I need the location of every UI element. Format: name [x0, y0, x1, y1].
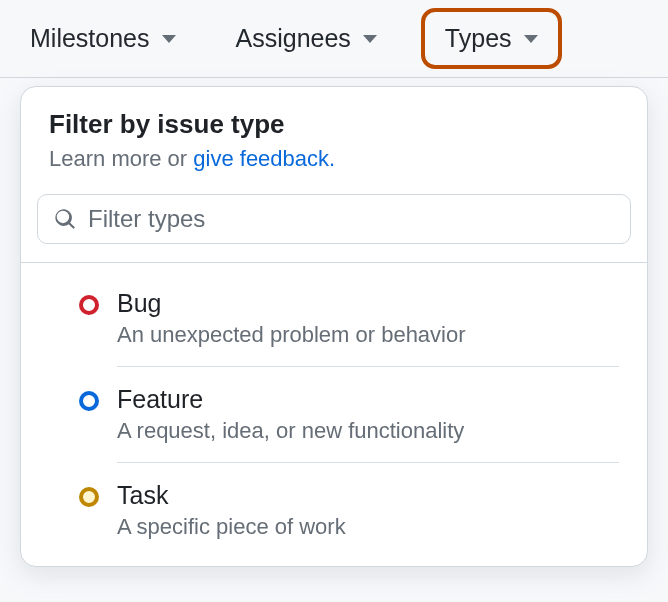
- ring-icon: [79, 487, 99, 507]
- type-name: Task: [117, 481, 619, 510]
- type-option-feature[interactable]: Feature A request, idea, or new function…: [21, 367, 647, 463]
- popover-subtitle: Learn more or give feedback.: [49, 146, 619, 172]
- popover-header: Filter by issue type Learn more or give …: [21, 87, 647, 182]
- type-option-bug[interactable]: Bug An unexpected problem or behavior: [21, 271, 647, 367]
- type-desc: A request, idea, or new functionality: [117, 418, 619, 444]
- search-icon: [54, 208, 76, 230]
- milestones-filter[interactable]: Milestones: [20, 18, 186, 59]
- assignees-label: Assignees: [236, 24, 351, 53]
- popover-subtext-prefix: Learn more or: [49, 146, 193, 171]
- search-box[interactable]: [37, 194, 631, 244]
- search-wrap: [21, 194, 647, 263]
- assignees-filter[interactable]: Assignees: [226, 18, 387, 59]
- ring-icon: [79, 295, 99, 315]
- filter-types-input[interactable]: [88, 205, 614, 233]
- filter-bar: Milestones Assignees Types: [0, 0, 668, 78]
- types-label: Types: [445, 24, 512, 53]
- give-feedback-link[interactable]: give feedback.: [193, 146, 335, 171]
- chevron-down-icon: [162, 35, 176, 43]
- type-desc: An unexpected problem or behavior: [117, 322, 619, 348]
- ring-icon: [79, 391, 99, 411]
- item-body: Feature A request, idea, or new function…: [117, 385, 619, 463]
- type-option-task[interactable]: Task A specific piece of work: [21, 463, 647, 558]
- item-body: Bug An unexpected problem or behavior: [117, 289, 619, 367]
- types-popover: Filter by issue type Learn more or give …: [20, 86, 648, 567]
- types-list: Bug An unexpected problem or behavior Fe…: [21, 263, 647, 566]
- item-body: Task A specific piece of work: [117, 481, 619, 558]
- milestones-label: Milestones: [30, 24, 150, 53]
- type-name: Bug: [117, 289, 619, 318]
- type-desc: A specific piece of work: [117, 514, 619, 540]
- chevron-down-icon: [363, 35, 377, 43]
- types-filter[interactable]: Types: [427, 14, 556, 63]
- popover-title: Filter by issue type: [49, 109, 619, 140]
- type-name: Feature: [117, 385, 619, 414]
- chevron-down-icon: [524, 35, 538, 43]
